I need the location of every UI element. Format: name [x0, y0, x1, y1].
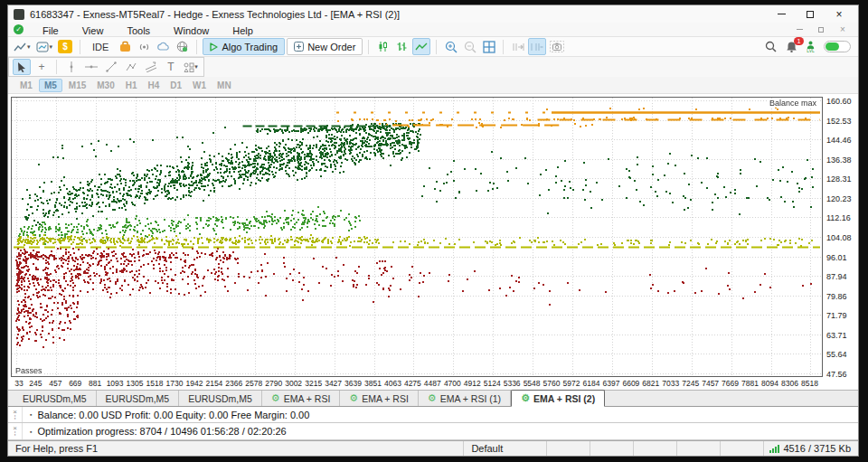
- signals-button[interactable]: [136, 38, 153, 55]
- new-order-icon: [294, 42, 304, 52]
- timeframe-m15[interactable]: M15: [64, 80, 90, 91]
- statusbar-empty-cell: [546, 441, 590, 456]
- y-tick-label: 79.86: [826, 292, 847, 301]
- indicator-window-dropdown[interactable]: ▾: [34, 38, 55, 55]
- y-tick-label: 152.53: [826, 117, 852, 126]
- tab-label: EMA + RSI (1): [440, 393, 501, 404]
- menu-view[interactable]: View: [71, 25, 116, 36]
- polyline-tool[interactable]: [122, 59, 140, 75]
- tab-ema-rsi-1--5[interactable]: ⚙EMA + RSI (1): [419, 391, 511, 406]
- tab-ema-rsi-4[interactable]: ⚙EMA + RSI: [340, 391, 419, 406]
- y-tick-label: 63.71: [826, 331, 847, 340]
- profile-cell[interactable]: Default: [463, 441, 546, 456]
- menu-window[interactable]: Window: [162, 25, 221, 36]
- menu-items: FileViewToolsWindowHelp: [31, 22, 265, 38]
- timeframe-m30[interactable]: M30: [92, 80, 118, 91]
- shapes-tool[interactable]: ▾: [182, 59, 200, 75]
- mdi-restore-button[interactable]: [815, 24, 827, 36]
- tile-windows-button[interactable]: [480, 38, 497, 55]
- algo-trading-button[interactable]: Algo Trading: [203, 38, 285, 55]
- close-button[interactable]: ×: [833, 8, 845, 21]
- horizontal-line-tool[interactable]: [82, 59, 100, 75]
- tab-eurusdm-m5-0[interactable]: EURUSDm,M5: [14, 391, 97, 406]
- trading-toggle[interactable]: [824, 41, 851, 52]
- bars-icon: [396, 41, 408, 52]
- timeframe-m5[interactable]: M5: [39, 79, 62, 92]
- chart-type-dropdown[interactable]: ▾: [12, 38, 33, 55]
- market-button[interactable]: [117, 38, 134, 55]
- channel-tool[interactable]: [142, 59, 160, 75]
- balance-status-row: ×⁞ ▪ Balance: 0.00 USD Profit: 0.00 Equi…: [8, 407, 858, 423]
- plot-area[interactable]: Passes Balance max: [11, 97, 823, 377]
- crosshair-tool[interactable]: +: [33, 59, 51, 75]
- new-order-button[interactable]: New Order: [287, 38, 363, 55]
- optimization-chart: Passes Balance max 160.60152.53144.46136…: [8, 94, 858, 390]
- vps-button[interactable]: [174, 38, 191, 55]
- bullet-icon: ▪: [30, 411, 32, 418]
- text-tool[interactable]: T: [162, 59, 180, 75]
- zoom-in-button[interactable]: [442, 38, 459, 55]
- notifications-button[interactable]: 1: [786, 41, 797, 52]
- channel-icon: [145, 61, 157, 72]
- mdi-close-button[interactable]: ×: [836, 24, 849, 36]
- candlestick-mode-button[interactable]: [374, 38, 392, 55]
- x-axis-title: Passes: [14, 366, 43, 375]
- traffic-text: 4516 / 3715 Kb: [783, 443, 851, 454]
- scatter-canvas[interactable]: [12, 98, 822, 376]
- minimize-button[interactable]: [775, 8, 788, 21]
- y-tick-label: 96.01: [826, 253, 847, 262]
- status-bar: For Help, press F1 Default 4516 / 3715 K…: [8, 440, 858, 456]
- y-tick-label: 144.46: [826, 136, 852, 145]
- y-tick-label: 136.38: [826, 156, 852, 165]
- y-tick-label: 120.23: [826, 194, 852, 203]
- timeframe-w1[interactable]: W1: [188, 80, 211, 91]
- cloud-button[interactable]: [155, 38, 172, 55]
- restore-button[interactable]: [804, 8, 816, 21]
- shift-end-button[interactable]: [509, 38, 526, 55]
- x-axis-labels: 3324545766988110931305151817301942215423…: [11, 378, 823, 390]
- search-button[interactable]: [765, 41, 777, 52]
- account-level-indicator[interactable]: LVL: [807, 41, 815, 53]
- trendline-tool[interactable]: [102, 59, 120, 75]
- ide-button[interactable]: IDE: [86, 38, 115, 55]
- timeframe-m1[interactable]: M1: [15, 80, 37, 91]
- timeframe-mn[interactable]: MN: [212, 80, 236, 91]
- tab-eurusdm-m5-2[interactable]: EURUSDm,M5: [179, 391, 262, 406]
- briefcase-icon: [119, 41, 131, 52]
- line-chart-icon: [14, 42, 26, 52]
- expert-gear-icon: ⚙: [521, 393, 530, 403]
- cursor-tool[interactable]: [13, 59, 31, 75]
- menu-help[interactable]: Help: [221, 25, 265, 36]
- menu-file[interactable]: File: [31, 25, 71, 36]
- deposit-button[interactable]: $: [56, 38, 74, 55]
- timeframe-bar: M1M5M15M30H1H4D1W1MN: [8, 77, 858, 94]
- y-axis-labels: 160.60152.53144.46136.38128.31120.23112.…: [824, 97, 857, 377]
- chart-shift-button[interactable]: [528, 38, 546, 55]
- tab-eurusdm-m5-1[interactable]: EURUSDm,M5: [97, 391, 180, 406]
- timeframe-h1[interactable]: H1: [121, 80, 142, 91]
- timeframe-d1[interactable]: D1: [165, 80, 186, 91]
- horizontal-line-icon: [85, 63, 98, 71]
- y-tick-label: 71.79: [826, 311, 847, 320]
- tab-ema-rsi-2--6[interactable]: ⚙EMA + RSI (2): [511, 390, 605, 407]
- mdi-minimize-button[interactable]: [793, 24, 806, 36]
- line-mode-button[interactable]: [412, 38, 430, 55]
- row-close-grip[interactable]: ×⁞: [8, 423, 23, 439]
- window-title: 61683347 - Exness-MT5Real7 - Hedge - Exn…: [30, 9, 775, 20]
- y-tick-label: 104.08: [826, 233, 852, 242]
- menu-tools[interactable]: Tools: [115, 25, 162, 36]
- tab-ema-rsi-3[interactable]: ⚙EMA + RSI: [262, 391, 341, 406]
- tab-label: EURUSDm,M5: [188, 393, 252, 404]
- timeframe-h4[interactable]: H4: [144, 80, 165, 91]
- mdi-window-controls: ×: [793, 24, 854, 36]
- globe-icon: [176, 41, 188, 52]
- row-close-grip[interactable]: ×⁞: [8, 407, 23, 422]
- tab-label: EURUSDm,M5: [106, 393, 170, 404]
- screenshot-button[interactable]: [548, 38, 566, 55]
- zoom-out-icon: [464, 41, 476, 53]
- zoom-out-button[interactable]: [461, 38, 478, 55]
- tab-label: EURUSDm,M5: [23, 393, 87, 404]
- vertical-line-tool[interactable]: [62, 59, 80, 75]
- app-icon: [14, 9, 24, 20]
- bars-mode-button[interactable]: [393, 38, 410, 55]
